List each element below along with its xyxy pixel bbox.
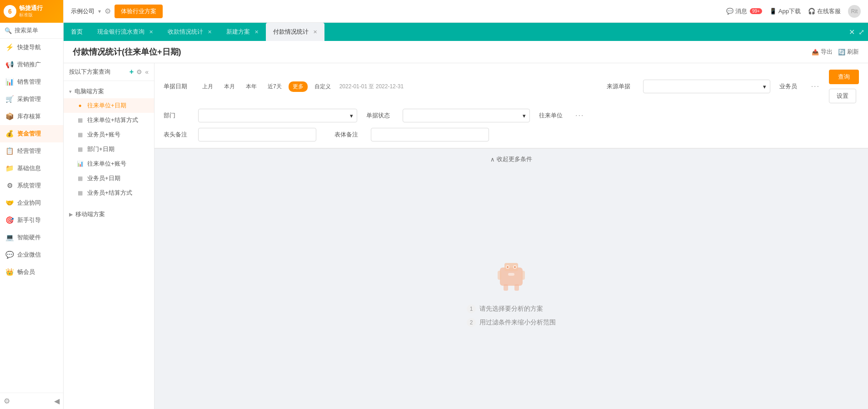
- scheme-collapse-icon[interactable]: «: [145, 68, 149, 76]
- sidebar-item-inventory[interactable]: 📦 库存核算: [0, 108, 63, 125]
- tab-receipt-stats[interactable]: 收款情况统计 ✕: [160, 23, 219, 41]
- date-btn-last-month[interactable]: 上月: [198, 81, 217, 92]
- date-btn-more[interactable]: 更多: [289, 81, 308, 92]
- filter-row-2: 部门 ▾ 单据状态 ▾ 往来单位 ···: [164, 109, 859, 122]
- sidebar-item-hardware[interactable]: 💻 智能硬件: [0, 229, 63, 246]
- status-select[interactable]: ▾: [403, 109, 530, 122]
- tab-payment-stats-close[interactable]: ✕: [313, 29, 317, 35]
- tab-new-scheme-close[interactable]: ✕: [254, 29, 259, 35]
- unit-input-dots[interactable]: ···: [575, 111, 584, 120]
- app-download-action[interactable]: 📱 App下载: [769, 7, 801, 15]
- sidebar-item-guide[interactable]: 🎯 新手引导: [0, 212, 63, 229]
- date-btn-custom[interactable]: 自定义: [310, 81, 335, 92]
- table-header-note-input[interactable]: [198, 128, 316, 141]
- user-avatar[interactable]: Rit: [848, 5, 861, 18]
- tabs-expand-icon[interactable]: ⤢: [858, 28, 864, 36]
- sidebar-item-enterprise[interactable]: 🤝 企业协同: [0, 194, 63, 212]
- date-btn-this-year[interactable]: 本年: [242, 81, 261, 92]
- sidebar-item-system[interactable]: ⚙ 系统管理: [0, 177, 63, 194]
- tab-new-scheme[interactable]: 新建方案 ✕: [219, 23, 266, 41]
- sidebar-item-finance[interactable]: 💰 资金管理: [0, 125, 63, 142]
- staff-input-dots[interactable]: ···: [811, 82, 820, 91]
- company-chevron-icon[interactable]: ▾: [98, 8, 101, 15]
- scheme-item-dept-date[interactable]: ▦ 部门+日期: [64, 142, 154, 157]
- tab-home[interactable]: 首页: [64, 23, 90, 41]
- scheme-desktop-expand-icon: ▾: [69, 89, 72, 95]
- tab-receipt-stats-close[interactable]: ✕: [208, 29, 212, 35]
- scheme-add-icon[interactable]: +: [130, 68, 134, 76]
- export-button[interactable]: 📤 导出: [812, 48, 833, 56]
- scheme-desktop-section: ▾ 电脑端方案 ● 往来单位+日期 ▦ 往来单位+结算方式 ▦ 业务员+账号: [64, 81, 154, 204]
- sidebar-item-basic-info[interactable]: 📁 基础信息: [0, 160, 63, 177]
- tab-bank-flow-close[interactable]: ✕: [149, 29, 153, 35]
- refresh-button[interactable]: 🔄 刷新: [838, 48, 859, 56]
- service-action[interactable]: 🎧 在线客服: [808, 7, 841, 15]
- settings-button[interactable]: 设置: [829, 89, 856, 103]
- basic-info-icon: 📁: [5, 164, 14, 172]
- scheme-settings-icon[interactable]: ⚙: [136, 68, 142, 76]
- dept-select[interactable]: ▾: [198, 109, 357, 122]
- finance-icon: 💰: [5, 130, 14, 138]
- scheme-mobile-header[interactable]: ▶ 移动端方案: [64, 207, 154, 221]
- empty-tip-1: 1 请先选择要分析的方案: [467, 304, 556, 313]
- refresh-icon: 🔄: [838, 49, 845, 56]
- footer-settings-icon[interactable]: ⚙: [4, 397, 10, 405]
- query-btn-group: 查询 设置: [829, 70, 859, 103]
- scheme-item-active-icon: ●: [76, 102, 84, 109]
- source-select-chevron: ▾: [763, 83, 766, 90]
- scheme-item-unit-settle[interactable]: ▦ 往来单位+结算方式: [64, 113, 154, 127]
- trial-button[interactable]: 体验行业方案: [115, 5, 163, 18]
- scheme-item-staff-date[interactable]: ▦ 业务员+日期: [64, 171, 154, 186]
- hardware-icon: 💻: [5, 233, 14, 242]
- collapse-bar: ∧ 收起更多条件: [155, 148, 868, 170]
- svg-rect-8: [521, 271, 525, 280]
- sidebar-item-wechat[interactable]: 💬 企业微信: [0, 246, 63, 263]
- scheme-item-staff-account[interactable]: ▦ 业务员+账号: [64, 127, 154, 142]
- scheme-item-chart-icon: 📊: [76, 160, 84, 167]
- sidebar-item-operations[interactable]: 📋 经营管理: [0, 142, 63, 160]
- scheme-item-grid-icon-2: ▦: [76, 131, 84, 138]
- app-icon: 📱: [769, 8, 777, 15]
- status-label: 单据状态: [366, 111, 394, 120]
- tab-bank-flow[interactable]: 现金银行流水查询 ✕: [90, 23, 160, 41]
- svg-rect-9: [504, 284, 508, 291]
- sidebar-logo-icon: 6: [4, 5, 16, 18]
- scheme-item-staff-settle[interactable]: ▦ 业务员+结算方式: [64, 186, 154, 200]
- table-body-note-label: 表体备注: [334, 131, 362, 139]
- date-range: 2022-01-01 至 2022-12-31: [339, 83, 404, 91]
- sidebar-footer: ⚙ ◀: [0, 393, 63, 409]
- sidebar-header: 6 畅捷通行 标准版: [0, 0, 63, 23]
- sidebar-menu: ⚡ 快捷导航 📢 营销推广 📊 销售管理 🛒 采购管理 📦 库存核算 💰 资金管…: [0, 39, 63, 393]
- main-content: 示例公司 ▾ ⚙ 体验行业方案 💬 消息 99+ 📱 App下载 🎧 在线客服 …: [64, 0, 868, 409]
- date-btn-this-month[interactable]: 本月: [220, 81, 239, 92]
- sidebar-item-vip[interactable]: 👑 畅会员: [0, 263, 63, 281]
- tabs-close-icon[interactable]: ✕: [849, 28, 855, 36]
- collapse-button[interactable]: ∧ 收起更多条件: [487, 151, 536, 167]
- footer-collapse-icon[interactable]: ◀: [54, 397, 60, 405]
- sidebar-item-quick-nav[interactable]: ⚡ 快捷导航: [0, 39, 63, 56]
- status-select-chevron: ▾: [523, 112, 526, 119]
- table-body-note-input[interactable]: [371, 128, 489, 141]
- sidebar-search[interactable]: 🔍 搜索菜单: [0, 23, 63, 39]
- sidebar-item-sales[interactable]: 📊 销售管理: [0, 73, 63, 91]
- scheme-item-unit-date[interactable]: ● 往来单位+日期: [64, 98, 154, 113]
- staff-label: 业务员: [779, 82, 802, 91]
- message-action[interactable]: 💬 消息 99+: [726, 7, 762, 15]
- header-gear-icon[interactable]: ⚙: [105, 7, 111, 15]
- page-header: 付款情况统计(往来单位+日期) 📤 导出 🔄 刷新: [64, 41, 868, 63]
- tab-payment-stats[interactable]: 付款情况统计 ✕: [266, 23, 324, 41]
- query-button[interactable]: 查询: [829, 70, 859, 84]
- scheme-item-unit-account[interactable]: 📊 往来单位+账号: [64, 157, 154, 171]
- marketing-icon: 📢: [5, 61, 14, 69]
- search-icon: 🔍: [5, 27, 12, 34]
- filter-row-3: 表头备注 表体备注: [164, 128, 859, 141]
- source-select[interactable]: ▾: [643, 80, 770, 93]
- date-btn-7days[interactable]: 近7天: [264, 81, 286, 92]
- sidebar-item-marketing[interactable]: 📢 营销推广: [0, 56, 63, 73]
- scheme-desktop-header[interactable]: ▾ 电脑端方案: [64, 85, 154, 98]
- enterprise-icon: 🤝: [5, 199, 14, 207]
- sidebar-item-purchase[interactable]: 🛒 采购管理: [0, 91, 63, 108]
- svg-rect-7: [498, 271, 501, 280]
- top-header: 示例公司 ▾ ⚙ 体验行业方案 💬 消息 99+ 📱 App下载 🎧 在线客服 …: [64, 0, 868, 23]
- collapse-icon: ∧: [490, 156, 495, 163]
